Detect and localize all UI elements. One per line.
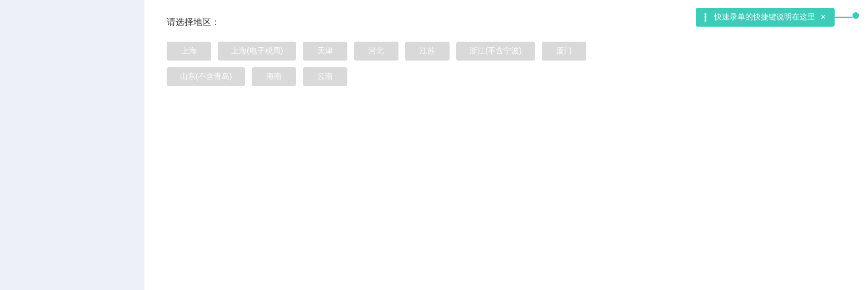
tooltip-close-button[interactable]: ×: [821, 13, 826, 22]
region-button-tianjin[interactable]: 天津: [303, 42, 347, 61]
region-button-shanghai-e-tax[interactable]: 上海(电子税局): [218, 42, 296, 61]
tooltip-connector-line: [835, 17, 852, 18]
region-button-hainan[interactable]: 海南: [252, 67, 296, 86]
tooltip-banner: 快速录单的快捷键说明在这里 ×: [696, 8, 835, 27]
region-button-hebei[interactable]: 河北: [354, 42, 398, 61]
left-sidebar: [0, 0, 144, 290]
region-button-zhejiang[interactable]: 浙江(不含宁波): [456, 42, 535, 61]
tooltip-text: 快速录单的快捷键说明在这里: [714, 12, 815, 22]
region-button-yunnan[interactable]: 云南: [303, 67, 347, 86]
region-row-2: 山东(不含青岛)海南云南: [167, 67, 846, 86]
region-button-shanghai[interactable]: 上海: [167, 42, 211, 61]
region-button-jiangsu[interactable]: 江苏: [405, 42, 450, 61]
tooltip-dot-indicator: [852, 12, 859, 19]
region-row-1: 上海上海(电子税局)天津河北江苏浙江(不含宁波)厦门: [167, 42, 846, 61]
region-button-shandong[interactable]: 山东(不含青岛): [167, 67, 245, 86]
main-content: 请选择地区： 上海上海(电子税局)天津河北江苏浙江(不含宁波)厦门 山东(不含青…: [144, 0, 868, 290]
region-button-xiamen[interactable]: 厦门: [542, 42, 586, 61]
